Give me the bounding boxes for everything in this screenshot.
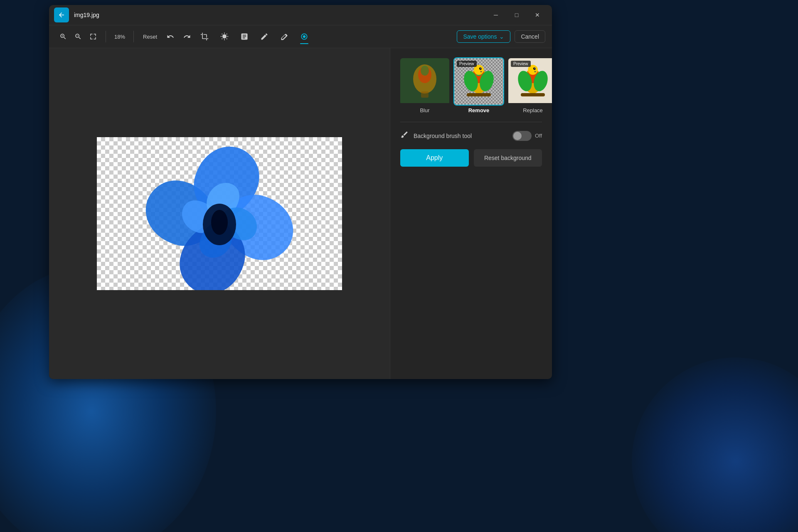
thumbnails-row: Blur (400, 58, 542, 113)
adjust-tool-button[interactable] (216, 28, 233, 45)
crop-tool-button[interactable] (196, 28, 213, 45)
center-tools (196, 28, 313, 45)
apply-button[interactable]: Apply (400, 149, 469, 167)
action-buttons: Apply Reset background (400, 149, 542, 167)
svg-point-23 (534, 68, 535, 69)
background-tool-button[interactable] (296, 28, 313, 45)
toolbar: 18% Reset (49, 25, 552, 48)
redo-button[interactable] (180, 29, 195, 44)
close-button[interactable]: ✕ (528, 8, 547, 22)
image-container (97, 137, 342, 290)
divider-1 (106, 31, 106, 42)
fit-view-button[interactable] (86, 29, 101, 44)
toggle-knob (513, 132, 522, 140)
window-controls: ─ □ ✕ (486, 8, 547, 22)
remove-option[interactable]: Preview Remove (454, 58, 503, 113)
brush-toggle[interactable] (512, 131, 532, 141)
zoom-out-button[interactable] (71, 29, 86, 44)
svg-point-13 (479, 67, 482, 70)
main-window: img19.jpg ─ □ ✕ 18% Reset (49, 5, 552, 379)
reset-background-button[interactable]: Reset background (474, 149, 542, 167)
content-area: Blur (49, 48, 552, 379)
save-options-button[interactable]: Save options ⌄ (457, 30, 510, 43)
brush-tool-row: Background brush tool Off (400, 131, 542, 141)
zoom-level: 18% (111, 34, 128, 40)
brush-tool-icon (400, 131, 409, 141)
svg-point-5 (421, 66, 429, 76)
window-title: img19.jpg (74, 12, 486, 18)
title-bar: img19.jpg ─ □ ✕ (49, 5, 552, 25)
zoom-in-button[interactable] (56, 29, 71, 44)
svg-rect-24 (521, 93, 545, 96)
reset-button[interactable]: Reset (139, 32, 161, 42)
blur-thumbnail (400, 58, 449, 105)
svg-rect-15 (467, 93, 491, 96)
svg-point-22 (533, 67, 536, 70)
canvas-image (97, 137, 342, 290)
canvas-area (49, 48, 390, 379)
erase-tool-button[interactable] (276, 28, 293, 45)
svg-point-1 (211, 210, 228, 235)
blur-option[interactable]: Blur (400, 58, 449, 113)
markup-tool-button[interactable] (236, 28, 253, 45)
remove-label: Remove (468, 107, 490, 113)
right-panel: Blur (390, 48, 552, 379)
replace-label: Replace (523, 107, 543, 113)
minimize-button[interactable]: ─ (486, 8, 505, 22)
zoom-controls (56, 29, 101, 44)
svg-point-14 (480, 68, 481, 69)
replace-option[interactable]: Preview Replace (508, 58, 552, 113)
replace-preview-badge: Preview (511, 61, 531, 67)
panel-divider (400, 122, 542, 122)
blur-preview-image (400, 58, 449, 103)
divider-2 (133, 31, 134, 42)
maximize-button[interactable]: □ (507, 8, 526, 22)
blur-label: Blur (420, 107, 429, 113)
toolbar-actions: Save options ⌄ Cancel (457, 30, 545, 43)
chevron-down-icon: ⌄ (499, 33, 504, 40)
replace-thumbnail: Preview (508, 58, 552, 105)
draw-tool-button[interactable] (256, 28, 273, 45)
cancel-button[interactable]: Cancel (515, 30, 545, 43)
toggle-state-label: Off (535, 133, 542, 139)
remove-thumbnail: Preview (454, 58, 503, 105)
brush-tool-label: Background brush tool (414, 133, 507, 139)
undo-button[interactable] (163, 29, 178, 44)
remove-preview-badge: Preview (457, 61, 477, 67)
svg-rect-6 (421, 91, 429, 98)
back-button[interactable] (54, 7, 69, 22)
toggle-container: Off (512, 131, 542, 141)
